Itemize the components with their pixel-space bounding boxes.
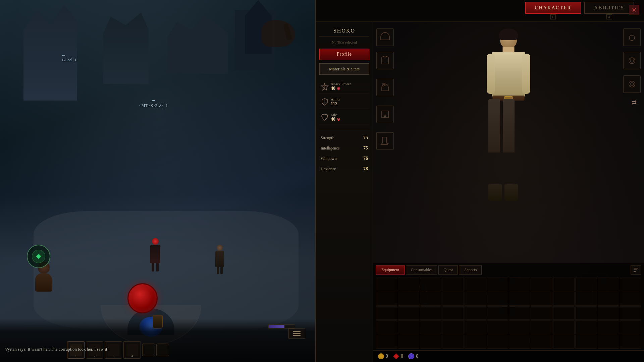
inv-cell[interactable] bbox=[598, 292, 619, 306]
svg-point-9 bbox=[629, 35, 635, 41]
chat-text: Vyrtan says: It wasn't her. The corrupti… bbox=[5, 347, 109, 352]
inv-cell[interactable] bbox=[575, 320, 597, 334]
inv-cell[interactable] bbox=[553, 320, 575, 334]
inv-cell[interactable] bbox=[620, 320, 641, 334]
inv-cell[interactable] bbox=[575, 292, 597, 306]
inv-cell[interactable] bbox=[442, 278, 464, 291]
inv-cell[interactable] bbox=[376, 306, 397, 320]
inv-cell[interactable] bbox=[420, 320, 441, 334]
potion-slot[interactable] bbox=[153, 315, 163, 328]
ring2-slot[interactable] bbox=[623, 75, 641, 93]
inv-cell[interactable] bbox=[487, 278, 508, 291]
inv-cell[interactable] bbox=[509, 306, 530, 320]
inv-cell[interactable] bbox=[531, 292, 552, 306]
inv-cell[interactable] bbox=[620, 292, 641, 306]
life-icon bbox=[321, 113, 329, 121]
inv-cell[interactable] bbox=[598, 306, 619, 320]
inv-cell[interactable] bbox=[465, 306, 486, 320]
life-value: 40 bbox=[331, 117, 335, 122]
amulet-slot[interactable] bbox=[623, 28, 641, 46]
inv-cell[interactable] bbox=[487, 292, 508, 306]
inv-cell[interactable] bbox=[465, 278, 486, 291]
inv-cell[interactable] bbox=[442, 306, 464, 320]
inv-cell[interactable] bbox=[398, 335, 419, 349]
inv-cell[interactable] bbox=[487, 320, 508, 334]
inv-cell[interactable] bbox=[531, 278, 552, 291]
character-tab[interactable]: CHARACTER bbox=[525, 2, 581, 14]
inv-cell[interactable] bbox=[575, 335, 597, 349]
character-panel: ✕ CHARACTER C ABILITIES A SHOKO No Title… bbox=[315, 0, 644, 362]
materials-stats-button[interactable]: Materials & Stats bbox=[319, 63, 369, 75]
swap-weapons-button[interactable]: ⇄ bbox=[632, 99, 637, 106]
inv-cell[interactable] bbox=[620, 306, 641, 320]
inv-cell[interactable] bbox=[509, 320, 530, 334]
inv-cell[interactable] bbox=[487, 306, 508, 320]
inv-cell[interactable] bbox=[598, 335, 619, 349]
inv-cell[interactable] bbox=[398, 306, 419, 320]
inv-cell[interactable] bbox=[487, 335, 508, 349]
inv-cell[interactable] bbox=[465, 335, 486, 349]
sort-button[interactable] bbox=[631, 265, 641, 275]
inv-cell[interactable] bbox=[553, 335, 575, 349]
inv-cell[interactable] bbox=[420, 335, 441, 349]
inv-cell[interactable] bbox=[398, 292, 419, 306]
gloves-slot[interactable] bbox=[376, 79, 394, 96]
abilities-tab[interactable]: ABILITIES bbox=[584, 2, 634, 14]
chest-slot[interactable] bbox=[376, 52, 394, 69]
pants-slot[interactable] bbox=[376, 106, 394, 123]
quest-tab[interactable]: Quest bbox=[438, 265, 458, 275]
inv-cell[interactable] bbox=[398, 320, 419, 334]
skill-slot-6[interactable] bbox=[156, 344, 169, 356]
aspects-tab[interactable]: Aspects bbox=[459, 265, 482, 275]
ring1-slot[interactable] bbox=[623, 52, 641, 69]
inv-cell[interactable] bbox=[598, 278, 619, 291]
intelligence-row: Intelligence 75 bbox=[319, 144, 369, 153]
inv-cell[interactable] bbox=[598, 320, 619, 334]
blood-shard-icon bbox=[393, 353, 399, 359]
inv-cell[interactable] bbox=[465, 292, 486, 306]
close-button[interactable]: ✕ bbox=[629, 5, 639, 15]
inv-cell[interactable] bbox=[442, 320, 464, 334]
inv-cell[interactable] bbox=[509, 292, 530, 306]
armor-icon bbox=[321, 98, 329, 106]
map-icon-btn[interactable] bbox=[288, 328, 305, 339]
skill-slot-5[interactable] bbox=[142, 344, 155, 356]
inv-cell[interactable] bbox=[376, 278, 397, 291]
inv-cell[interactable] bbox=[376, 335, 397, 349]
skill-slot-4[interactable]: 4 bbox=[123, 341, 141, 359]
strength-label: Strength bbox=[321, 135, 334, 140]
inv-cell[interactable] bbox=[531, 306, 552, 320]
inv-cell[interactable] bbox=[531, 335, 552, 349]
essence-icon bbox=[408, 353, 414, 359]
essence-value: 0 bbox=[416, 354, 418, 359]
inv-cell[interactable] bbox=[442, 335, 464, 349]
helmet-slot[interactable] bbox=[376, 28, 394, 46]
svg-point-11 bbox=[629, 58, 635, 64]
inv-cell[interactable] bbox=[398, 278, 419, 291]
profile-button[interactable]: Profile bbox=[319, 49, 369, 60]
inv-cell[interactable] bbox=[509, 335, 530, 349]
boots-slot[interactable] bbox=[376, 132, 394, 150]
inv-cell[interactable] bbox=[376, 292, 397, 306]
inv-cell[interactable] bbox=[442, 292, 464, 306]
inv-cell[interactable] bbox=[420, 278, 441, 291]
svg-rect-2 bbox=[293, 335, 301, 336]
intelligence-label: Intelligence bbox=[321, 146, 340, 151]
inv-cell[interactable] bbox=[575, 278, 597, 291]
inv-cell[interactable] bbox=[553, 278, 575, 291]
inv-cell[interactable] bbox=[553, 306, 575, 320]
inv-cell[interactable] bbox=[620, 335, 641, 349]
inv-cell[interactable] bbox=[509, 278, 530, 291]
equipment-tab[interactable]: Equipment bbox=[376, 265, 405, 275]
life-label: Life bbox=[331, 113, 368, 117]
inv-cell[interactable] bbox=[553, 292, 575, 306]
inv-cell[interactable] bbox=[531, 320, 552, 334]
inv-cell[interactable] bbox=[376, 320, 397, 334]
inv-cell[interactable] bbox=[420, 292, 441, 306]
inv-cell[interactable] bbox=[465, 320, 486, 334]
attack-power-icon bbox=[321, 82, 329, 90]
inv-cell[interactable] bbox=[620, 278, 641, 291]
inv-cell[interactable] bbox=[575, 306, 597, 320]
inv-cell[interactable] bbox=[420, 306, 441, 320]
consumables-tab[interactable]: Consumables bbox=[406, 265, 438, 275]
